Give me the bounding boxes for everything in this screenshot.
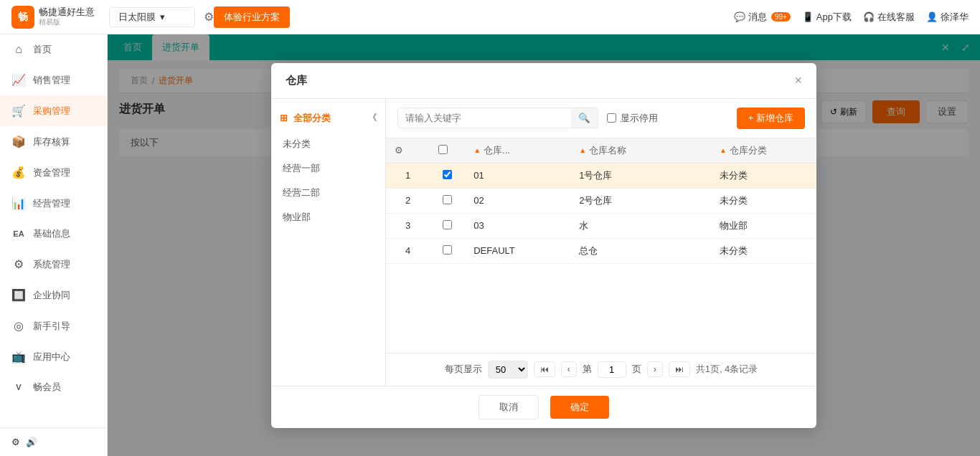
category-item-property[interactable]: 物业部 bbox=[271, 205, 385, 229]
sort-icon: ▲ bbox=[473, 146, 481, 154]
show-disabled-checkbox[interactable] bbox=[607, 113, 616, 123]
sales-icon: 📈 bbox=[11, 73, 26, 87]
cell-code: 02 bbox=[465, 188, 570, 213]
sidebar-item-guide[interactable]: ◎ 新手引导 bbox=[0, 310, 107, 341]
search-button[interactable]: 🔍 bbox=[571, 108, 598, 128]
settings-bottom-icon[interactable]: ⚙ bbox=[11, 437, 20, 447]
sidebar-label-purchase: 采购管理 bbox=[33, 105, 70, 118]
next-page-button[interactable]: › bbox=[647, 361, 663, 377]
confirm-button[interactable]: 确定 bbox=[550, 396, 609, 419]
category-header: ⊞ 全部分类 《 bbox=[271, 108, 385, 132]
sidebar-item-enterprise[interactable]: 🔲 企业协同 bbox=[0, 280, 107, 310]
sidebar-item-operation[interactable]: 📊 经营管理 bbox=[0, 188, 107, 219]
category-item-dept2[interactable]: 经营二部 bbox=[271, 181, 385, 205]
gear-icon[interactable]: ⚙ bbox=[204, 10, 214, 24]
top-header: 畅 畅捷通好生意 精易版 日太阳膜 ▾ ⚙ 体验行业方案 💬 消息 99+ 📱 … bbox=[0, 0, 980, 34]
modal-title: 仓库 bbox=[286, 74, 307, 87]
row-checkbox[interactable] bbox=[443, 245, 452, 255]
sidebar-label-system: 系统管理 bbox=[33, 258, 70, 271]
user-profile[interactable]: 👤 徐泽华 bbox=[926, 11, 969, 24]
all-categories[interactable]: ⊞ 全部分类 bbox=[280, 112, 331, 125]
sidebar-label-guide: 新手引导 bbox=[33, 320, 70, 333]
basic-icon: EA bbox=[11, 229, 26, 238]
store-selector[interactable]: 日太阳膜 ▾ bbox=[109, 7, 195, 27]
sidebar-item-purchase[interactable]: 🛒 采购管理 bbox=[0, 95, 107, 126]
sidebar-label-finance: 资金管理 bbox=[33, 166, 70, 179]
sidebar-item-inventory[interactable]: 📦 库存核算 bbox=[0, 126, 107, 157]
cell-code: 03 bbox=[465, 213, 570, 238]
enterprise-icon: 🔲 bbox=[11, 288, 26, 302]
purchase-icon: 🛒 bbox=[11, 104, 26, 118]
cell-code: DEFAULT bbox=[465, 238, 570, 263]
pagination: 每页显示 50 10 20 100 ⏮ ‹ 第 页 bbox=[386, 353, 816, 386]
guide-icon: ◎ bbox=[11, 319, 26, 333]
sidebar-label-inventory: 库存核算 bbox=[33, 136, 70, 148]
header-right: 💬 消息 99+ 📱 App下载 🎧 在线客服 👤 徐泽华 bbox=[734, 11, 969, 24]
message-label: 消息 bbox=[748, 11, 767, 24]
app-download-button[interactable]: 📱 App下载 bbox=[802, 11, 852, 24]
table-row[interactable]: 4 DEFAULT 总仓 未分类 bbox=[386, 238, 816, 263]
cell-category: 物业部 bbox=[711, 213, 816, 238]
col-header-no: ⚙ bbox=[386, 138, 430, 163]
volume-icon[interactable]: 🔊 bbox=[26, 437, 37, 447]
warehouse-table: ⚙ ▲ 仓库... bbox=[386, 138, 816, 264]
modal-overlay: 仓库 × ⊞ 全部分类 《 未分类 bbox=[108, 34, 980, 456]
table-row[interactable]: 3 03 水 物业部 bbox=[386, 213, 816, 238]
system-icon: ⚙ bbox=[11, 257, 26, 271]
table-header: ⚙ ▲ 仓库... bbox=[386, 138, 816, 163]
settings-col-icon[interactable]: ⚙ bbox=[395, 145, 403, 156]
cell-name: 1号仓库 bbox=[570, 163, 711, 188]
table-panel: 🔍 显示停用 + 新增仓库 bbox=[386, 99, 816, 386]
last-page-button[interactable]: ⏭ bbox=[669, 361, 690, 377]
modal-close-button[interactable]: × bbox=[794, 73, 802, 88]
modal-body: ⊞ 全部分类 《 未分类 经营一部 经营二部 物业部 bbox=[271, 99, 816, 386]
service-label: 在线客服 bbox=[877, 11, 915, 24]
sidebar-label-sales: 销售管理 bbox=[33, 74, 70, 87]
page-size-select[interactable]: 50 10 20 100 bbox=[488, 361, 528, 379]
sidebar-item-system[interactable]: ⚙ 系统管理 bbox=[0, 249, 107, 280]
page-size-label: 每页显示 bbox=[445, 363, 482, 376]
cell-code: 01 bbox=[465, 163, 570, 188]
warehouse-tbody: 1 01 1号仓库 未分类 2 02 2号仓库 未分类 3 03 水 物业部 4 bbox=[386, 163, 816, 263]
row-checkbox[interactable] bbox=[443, 195, 452, 204]
cell-no: 1 bbox=[386, 163, 430, 188]
table-row[interactable]: 1 01 1号仓库 未分类 bbox=[386, 163, 816, 188]
sidebar-item-home[interactable]: ⌂ 首页 bbox=[0, 34, 107, 65]
store-name: 日太阳膜 bbox=[118, 11, 156, 24]
cancel-button[interactable]: 取消 bbox=[479, 395, 539, 419]
sidebar-label-enterprise: 企业协同 bbox=[33, 289, 70, 302]
online-service-button[interactable]: 🎧 在线客服 bbox=[863, 11, 915, 24]
col-header-name: ▲ 仓库名称 bbox=[570, 138, 711, 163]
grid-icon: ⊞ bbox=[280, 113, 288, 123]
sidebar-label-basic: 基础信息 bbox=[33, 227, 70, 240]
cell-check bbox=[430, 163, 465, 188]
cell-check bbox=[430, 213, 465, 238]
row-checkbox[interactable] bbox=[443, 220, 452, 229]
table-row[interactable]: 2 02 2号仓库 未分类 bbox=[386, 188, 816, 213]
category-item-dept1[interactable]: 经营一部 bbox=[271, 156, 385, 181]
search-input[interactable] bbox=[398, 108, 571, 128]
message-button[interactable]: 💬 消息 99+ bbox=[734, 11, 791, 24]
category-item-unclassified[interactable]: 未分类 bbox=[271, 132, 385, 156]
sidebar-item-sales[interactable]: 📈 销售管理 bbox=[0, 65, 107, 95]
sidebar-item-member[interactable]: V 畅会员 bbox=[0, 372, 107, 402]
app-label: App下载 bbox=[816, 11, 852, 24]
sidebar-item-apps[interactable]: 📺 应用中心 bbox=[0, 341, 107, 372]
all-categories-label: 全部分类 bbox=[293, 112, 331, 125]
select-all-checkbox[interactable] bbox=[438, 145, 448, 154]
sidebar-item-finance[interactable]: 💰 资金管理 bbox=[0, 157, 107, 188]
first-page-button[interactable]: ⏮ bbox=[534, 361, 555, 377]
prev-page-button[interactable]: ‹ bbox=[561, 361, 577, 377]
show-disabled-label: 显示停用 bbox=[607, 112, 658, 125]
cell-check bbox=[430, 188, 465, 213]
sidebar-item-basic[interactable]: EA 基础信息 bbox=[0, 219, 107, 249]
content-wrapper: ⌂ 首页 📈 销售管理 🛒 采购管理 📦 库存核算 💰 资金管理 📊 经营管理 … bbox=[0, 34, 980, 456]
message-icon: 💬 bbox=[734, 11, 745, 22]
row-checkbox[interactable] bbox=[443, 170, 452, 179]
collapse-panel-icon[interactable]: 《 bbox=[368, 112, 377, 124]
inventory-icon: 📦 bbox=[11, 135, 26, 148]
trial-button[interactable]: 体验行业方案 bbox=[214, 6, 290, 28]
add-warehouse-button[interactable]: + 新增仓库 bbox=[737, 108, 805, 129]
page-total-info: 共1页, 4条记录 bbox=[696, 363, 758, 376]
page-number-input[interactable] bbox=[598, 361, 626, 378]
